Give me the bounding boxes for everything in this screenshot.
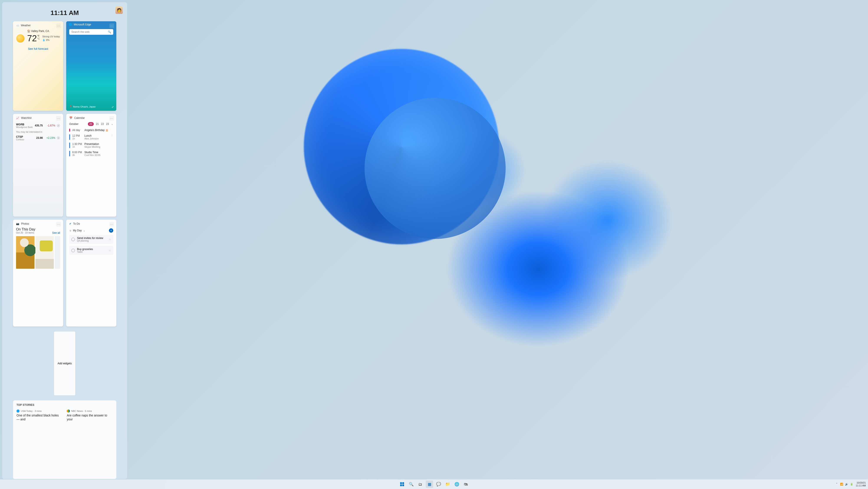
see-all-link[interactable]: See all <box>52 231 60 234</box>
widgets-button[interactable]: ▦ <box>426 481 433 488</box>
todo-list-name: My Day <box>73 229 82 232</box>
profile-avatar[interactable]: 🧑 <box>116 6 123 14</box>
todo-widget[interactable]: ✔ To Do ··· ☼ My Day ⌄ + Send invites fo… <box>66 220 116 326</box>
system-tray: ˄ 📶 🔊 🔋 10/20/21 11:11 AM <box>836 481 866 487</box>
calendar-event[interactable]: 12 PM1h LunchAlex Johnson ⋮⋮⋮ <box>69 134 113 140</box>
widgets-icon: ▦ <box>428 482 431 487</box>
weather-more-button[interactable]: ··· <box>56 24 61 28</box>
expand-icon[interactable]: ⤢ <box>112 106 114 109</box>
calendar-day[interactable]: 23 <box>106 122 109 125</box>
watchlist-widget[interactable]: 📈 Watchlist ··· WGRB Woodgrove Bank 435.… <box>13 114 63 217</box>
weather-condition: Strong UV today <box>42 35 60 38</box>
edge-icon: 🌐 <box>455 482 459 487</box>
task-checkbox[interactable] <box>71 249 75 252</box>
calendar-day[interactable]: 21 <box>96 122 99 125</box>
taskbar-time: 11:11 AM <box>856 484 866 487</box>
taskbar-date: 10/20/21 <box>856 481 866 484</box>
tray-overflow-button[interactable]: ˄ <box>836 483 837 486</box>
weather-header: ☁️ Weather <box>16 24 60 27</box>
star-icon[interactable]: ☆ <box>109 249 111 252</box>
tray-status-icons[interactable]: 📶 🔊 🔋 <box>840 483 853 486</box>
watchlist-row[interactable]: CTSP Contoso 23.98 +2.23% + <box>16 135 60 141</box>
edge-image-location: 📍 Ikema Ohashi, Japan <box>69 105 96 108</box>
todo-task[interactable]: Buy groceriesTasks ☆ <box>69 246 113 255</box>
weather-widget[interactable]: ☁️ Weather ··· 🏠 Valley Park, CA 72 °F°C… <box>13 21 63 111</box>
task-view-icon: 🗂 <box>418 482 422 487</box>
stocks-icon: 📈 <box>16 116 19 119</box>
panel-clock: 11:11 AM <box>13 9 116 17</box>
weather-location: 🏠 Valley Park, CA <box>16 30 60 33</box>
add-task-button[interactable]: + <box>109 228 113 233</box>
wifi-icon: 📶 <box>840 483 843 486</box>
see-full-forecast-link[interactable]: See full forecast <box>16 47 60 50</box>
chevron-down-icon[interactable]: ⌄ <box>111 122 113 125</box>
photos-widget[interactable]: 📷 Photos ··· On This Day Oct 20 · 33 ite… <box>13 220 63 326</box>
taskbar: 🔍 🗂 ▦ 💬 📁 🌐 🛍 ˄ 📶 🔊 🔋 10/20/21 11:11 AM <box>0 480 868 489</box>
story-title: Are coffee naps the answer to your <box>67 413 113 421</box>
photo-thumbnails <box>16 236 60 269</box>
chat-button[interactable]: 💬 <box>435 481 442 488</box>
todo-task[interactable]: Send invites for reviewQ4 planning ☆ <box>69 235 113 244</box>
search-icon: 🔍 <box>409 482 413 487</box>
battery-icon: 🔋 <box>850 483 853 486</box>
calendar-event[interactable]: 6:00 PM3h Studio TimeConf Rm 32/35 <box>69 151 113 156</box>
news-story[interactable]: NBC News · 5 mins Are coffee naps the an… <box>67 409 113 421</box>
store-button[interactable]: 🛍 <box>462 481 470 488</box>
search-button[interactable]: 🔍 <box>407 481 415 488</box>
file-explorer-button[interactable]: 📁 <box>444 481 452 488</box>
task-view-button[interactable]: 🗂 <box>416 481 424 488</box>
task-checkbox[interactable] <box>71 238 75 241</box>
calendar-widget[interactable]: 📅 Calendar ··· October 20 21 22 23 ⌄ All… <box>66 114 116 217</box>
calendar-more-button[interactable]: ··· <box>110 116 114 121</box>
edge-icon: 🌐 <box>69 23 72 26</box>
news-story[interactable]: USA Today · 3 mins One of the smallest b… <box>17 409 62 421</box>
calendar-event[interactable]: 1:30 PM1h PresentationSkype Meeting <box>69 143 113 148</box>
watchlist-more-button[interactable]: ··· <box>56 116 61 121</box>
sun-icon <box>16 34 25 42</box>
watchlist-hint: You may be interested in <box>16 131 60 133</box>
todo-icon: ✔ <box>69 222 71 225</box>
photo-thumbnail[interactable] <box>55 236 60 269</box>
calendar-day-selected[interactable]: 20 <box>88 122 94 126</box>
calendar-month: October <box>69 122 79 125</box>
stock-change: -1.67% <box>44 124 55 127</box>
add-icon[interactable]: + <box>57 136 60 140</box>
photo-thumbnail[interactable] <box>16 236 34 269</box>
stock-symbol: WGRB <box>16 123 33 126</box>
todo-header: ✔ To Do <box>69 222 113 225</box>
calendar-header: 📅 Calendar <box>69 116 113 119</box>
taskbar-clock[interactable]: 10/20/21 11:11 AM <box>856 481 866 487</box>
source-logo-icon <box>17 409 20 412</box>
task-title: Buy groceries <box>77 248 93 251</box>
calendar-icon: 📅 <box>69 116 72 119</box>
top-stories-card[interactable]: TOP STORIES USA Today · 3 mins One of th… <box>13 400 116 479</box>
story-source: NBC News · 5 mins <box>67 409 113 412</box>
calendar-event[interactable]: All day Angela's Birthday 🎂 <box>69 128 113 132</box>
weather-precip: 💧 0% <box>42 39 60 41</box>
add-widgets-row: Add widgets <box>13 331 116 396</box>
edge-more-button[interactable]: ··· <box>110 24 114 28</box>
todo-more-button[interactable]: ··· <box>110 222 114 227</box>
calendar-day[interactable]: 22 <box>101 122 104 125</box>
edge-widget[interactable]: 🌐 Microsoft Edge ··· Search the web 🔍 📍 … <box>66 21 116 111</box>
stock-price: 23.98 <box>36 137 43 140</box>
task-title: Send invites for review <box>77 236 103 240</box>
star-icon[interactable]: ☆ <box>109 238 111 241</box>
chevron-down-icon[interactable]: ⌄ <box>83 229 85 232</box>
photos-title-label: Photos <box>21 222 29 225</box>
top-stories-heading: TOP STORIES <box>17 403 113 406</box>
watchlist-row[interactable]: WGRB Woodgrove Bank 435.75 -1.67% ✓ <box>16 123 60 128</box>
edge-button[interactable]: 🌐 <box>453 481 461 488</box>
edge-search-input[interactable]: Search the web 🔍 <box>69 29 113 35</box>
weather-temp: 72 °F°C <box>27 33 40 43</box>
check-icon[interactable]: ✓ <box>57 124 60 127</box>
widgets-grid: ☁️ Weather ··· 🏠 Valley Park, CA 72 °F°C… <box>13 21 116 479</box>
drag-handle-icon[interactable]: ⋮⋮⋮ <box>111 134 113 140</box>
add-widgets-button[interactable]: Add widgets <box>54 331 75 396</box>
photo-thumbnail[interactable] <box>35 236 54 269</box>
start-button[interactable] <box>398 481 406 488</box>
weather-icon: ☁️ <box>16 24 19 27</box>
chat-icon: 💬 <box>436 482 441 487</box>
stock-name: Contoso <box>16 138 24 141</box>
photos-more-button[interactable]: ··· <box>56 222 61 227</box>
